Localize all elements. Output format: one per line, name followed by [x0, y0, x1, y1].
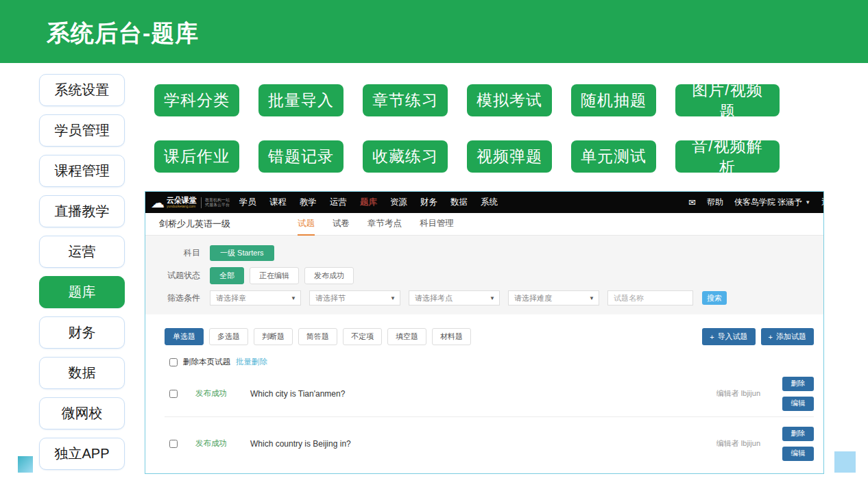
qtype-indefinite[interactable]: 不定项: [343, 328, 382, 345]
plus-icon: +: [769, 333, 773, 341]
question-text: Which city is Tian'anmen?: [250, 389, 345, 399]
feature-wrong-question-record[interactable]: 错题记录: [258, 140, 343, 173]
decorative-square-right: [834, 451, 856, 473]
search-button[interactable]: 搜索: [702, 291, 727, 305]
panel-nav-question-bank[interactable]: 题库: [360, 197, 377, 208]
panel-nav-courses[interactable]: 课程: [269, 197, 287, 208]
panel-nav-students[interactable]: 学员: [239, 197, 256, 208]
page-header: 系统后台-题库: [0, 0, 868, 63]
feature-homework[interactable]: 课后作业: [154, 140, 239, 173]
chapter-select[interactable]: 请选择章 ▼: [210, 290, 301, 305]
subject-tag[interactable]: 一级 Starters: [210, 245, 274, 261]
qtype-fill-blank[interactable]: 填空题: [387, 328, 426, 345]
panel-nav-system[interactable]: 系统: [481, 197, 498, 208]
tab-subject-management[interactable]: 科目管理: [420, 213, 454, 236]
chevron-down-icon: ▼: [291, 295, 296, 301]
cloud-logo-icon: ☁: [151, 196, 165, 210]
sidebar-item-system-settings[interactable]: 系统设置: [39, 74, 125, 106]
panel-nav-resources[interactable]: 资源: [390, 197, 407, 208]
status-all-button[interactable]: 全部: [210, 267, 244, 284]
feature-mock-exam[interactable]: 模拟考试: [467, 84, 552, 116]
table-row: 发布成功 Which country is Beijing in? 编辑者 lb…: [165, 416, 814, 470]
subject-filter-row: 科目 一级 Starters: [145, 245, 823, 261]
feature-subject-classification[interactable]: 学科分类: [154, 84, 239, 116]
sidebar-item-course-management[interactable]: 课程管理: [39, 155, 125, 187]
question-name-input[interactable]: [607, 290, 693, 305]
yunduoketang-logo[interactable]: ☁ 云朵课堂 yunduoketang.com 教育机构一站 式服务云平台: [151, 196, 230, 210]
sidebar-item-live-teaching[interactable]: 直播教学: [39, 195, 125, 227]
delete-button[interactable]: 删除: [782, 377, 814, 391]
section-select[interactable]: 请选择节 ▼: [309, 290, 400, 305]
question-text: Which country is Beijing in?: [250, 439, 351, 449]
feature-batch-import[interactable]: 批量导入: [258, 84, 343, 116]
page-title: 系统后台-题库: [0, 0, 868, 49]
sidebar-item-data[interactable]: 数据: [39, 357, 125, 389]
panel-sub-nav: 剑桥少儿英语一级 试题 试卷 章节考点 科目管理: [145, 213, 823, 236]
tab-chapter-points[interactable]: 章节考点: [367, 213, 402, 236]
panel-nav-menu: 学员 课程 教学 运营 题库 资源 财务 数据 系统: [239, 197, 498, 208]
sidebar-item-student-management[interactable]: 学员管理: [39, 114, 125, 147]
edit-button[interactable]: 编辑: [782, 447, 814, 461]
tab-papers[interactable]: 试卷: [333, 213, 350, 236]
status-label: 试题状态: [145, 270, 200, 282]
edit-button[interactable]: 编辑: [782, 397, 814, 411]
envelope-icon[interactable]: ✉: [688, 197, 696, 208]
batch-delete-link[interactable]: 批量删除: [236, 357, 267, 367]
page: 系统后台-题库 系统设置 学员管理 课程管理 直播教学 运营 题库 财务 数据 …: [0, 0, 868, 487]
caret-down-icon: ▼: [805, 199, 810, 205]
panel-tabs: 试题 试卷 章节考点 科目管理: [298, 213, 454, 236]
row-checkbox[interactable]: [169, 440, 178, 448]
qtype-single-choice[interactable]: 单选题: [165, 328, 204, 345]
sidebar-item-micro-school[interactable]: 微网校: [39, 397, 125, 429]
point-select[interactable]: 请选择考点 ▼: [409, 290, 500, 305]
sidebar: 系统设置 学员管理 课程管理 直播教学 运营 题库 财务 数据 微网校 独立AP…: [39, 74, 125, 478]
filter-panel: 科目 一级 Starters 试题状态 全部 正在编辑 发布成功 筛选条件 请选…: [145, 236, 823, 314]
help-link[interactable]: 帮助: [707, 197, 723, 208]
panel-nav-finance[interactable]: 财务: [420, 197, 437, 208]
feature-image-video-questions[interactable]: 图片/视频题: [675, 84, 780, 116]
status-published-button[interactable]: 发布成功: [304, 267, 354, 284]
tab-questions[interactable]: 试题: [298, 213, 315, 236]
feature-video-popup-questions[interactable]: 视频弹题: [467, 140, 552, 173]
question-type-toolbar: 单选题 多选题 判断题 简答题 不定项 填空题 材料题 + 导入试题 + 添加试…: [165, 328, 814, 345]
feature-unit-test[interactable]: 单元测试: [571, 140, 656, 173]
sidebar-item-standalone-app[interactable]: 独立APP: [39, 438, 125, 470]
admin-panel-screenshot: ☁ 云朵课堂 yunduoketang.com 教育机构一站 式服务云平台 学员…: [145, 191, 824, 474]
status-badge: 发布成功: [195, 388, 235, 399]
account-menu[interactable]: 侠客岛学院 张涵予 ▼: [734, 197, 810, 208]
qtype-short-answer[interactable]: 简答题: [298, 328, 337, 345]
subject-label: 科目: [145, 247, 200, 259]
logo-tagline-line2: 式服务云平台: [205, 203, 230, 208]
status-editing-button[interactable]: 正在编辑: [250, 267, 299, 284]
status-badge: 发布成功: [195, 438, 235, 449]
import-questions-button[interactable]: + 导入试题: [702, 328, 755, 345]
editor-label: 编辑者 lbjijun: [716, 438, 760, 449]
bulk-actions-row: 删除本页试题 批量删除: [165, 357, 814, 367]
difficulty-select[interactable]: 请选择难度 ▼: [508, 290, 599, 305]
logo-name: 云朵课堂: [167, 197, 197, 204]
row-checkbox[interactable]: [169, 390, 178, 398]
select-all-checkbox[interactable]: [169, 358, 178, 366]
sidebar-item-operations[interactable]: 运营: [39, 236, 125, 268]
feature-favorite-practice[interactable]: 收藏练习: [363, 140, 448, 173]
feature-chapter-practice[interactable]: 章节练习: [363, 84, 448, 116]
qtype-multiple-choice[interactable]: 多选题: [209, 328, 248, 345]
qtype-true-false[interactable]: 判断题: [254, 328, 293, 345]
feature-grid: 学科分类 批量导入 章节练习 模拟考试 随机抽题 图片/视频题 课后作业 错题记…: [154, 84, 780, 173]
sidebar-item-question-bank[interactable]: 题库: [39, 276, 125, 308]
panel-top-nav: ☁ 云朵课堂 yunduoketang.com 教育机构一站 式服务云平台 学员…: [145, 192, 823, 213]
panel-nav-teaching[interactable]: 教学: [300, 197, 317, 208]
add-question-button[interactable]: + 添加试题: [761, 328, 814, 345]
sidebar-item-finance[interactable]: 财务: [39, 316, 125, 349]
course-title: 剑桥少儿英语一级: [159, 218, 230, 230]
delete-button[interactable]: 删除: [782, 427, 814, 441]
panel-nav-operations[interactable]: 运营: [330, 197, 347, 208]
condition-filter-row: 筛选条件 请选择章 ▼ 请选择节 ▼ 请选择考点 ▼ 请选择难度 ▼: [145, 290, 823, 305]
qtype-material[interactable]: 材料题: [432, 328, 471, 345]
feature-random-questions[interactable]: 随机抽题: [571, 84, 656, 116]
panel-nav-data[interactable]: 数据: [450, 197, 468, 208]
plus-icon: +: [710, 333, 714, 341]
logout-link[interactable]: 退出: [821, 197, 823, 208]
table-row: 发布成功 Which city is Tian'anmen? 编辑者 lbjij…: [165, 371, 814, 416]
feature-audio-video-analysis[interactable]: 音/视频解析: [675, 140, 780, 173]
